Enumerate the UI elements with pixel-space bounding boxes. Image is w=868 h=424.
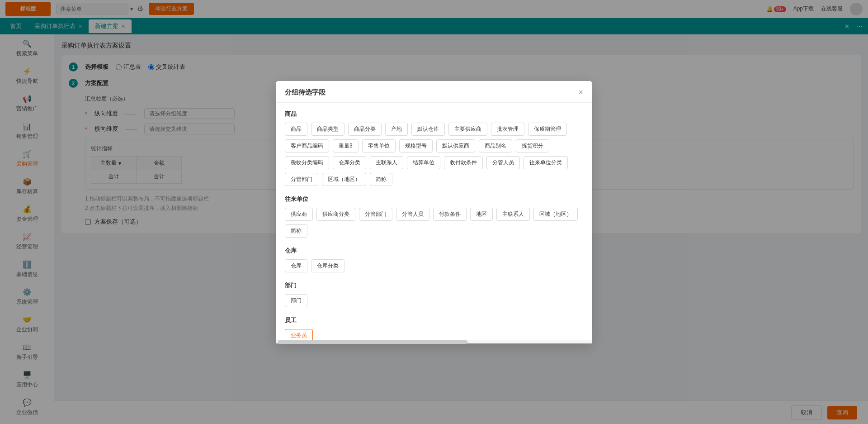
field-goods-6[interactable]: 批次管理	[491, 123, 524, 136]
field-goods-14[interactable]: 拣货积分	[516, 139, 549, 152]
section-employee-fields: 业务员	[285, 329, 583, 340]
section-partner: 往来单位 供应商 供应商分类 分管部门 分管人员 付款条件 地区 主联系人 区域…	[285, 195, 583, 238]
field-goods-10[interactable]: 零售单位	[362, 139, 396, 152]
section-department-fields: 部门	[285, 294, 583, 307]
section-goods-fields: 商品 商品类型 商品分类 产地 默认仓库 主要供应商 批次管理 保质期管理 客户…	[285, 123, 583, 186]
field-goods-7[interactable]: 保质期管理	[528, 123, 567, 136]
field-partner-7[interactable]: 区域（地区）	[533, 208, 578, 221]
field-warehouse-1[interactable]: 仓库分类	[311, 259, 344, 272]
field-selection-modal: 分组待选字段 × 商品 商品 商品类型 商品分类 产地 默认仓库 主要供应商 批…	[276, 81, 592, 343]
field-goods-18[interactable]: 结算单位	[407, 156, 440, 169]
section-warehouse: 仓库 仓库 仓库分类	[285, 247, 583, 272]
modal-body: 商品 商品 商品类型 商品分类 产地 默认仓库 主要供应商 批次管理 保质期管理…	[276, 103, 592, 340]
section-goods: 商品 商品 商品类型 商品分类 产地 默认仓库 主要供应商 批次管理 保质期管理…	[285, 110, 583, 186]
field-goods-9[interactable]: 重量3	[333, 139, 359, 152]
modal-close-icon[interactable]: ×	[578, 88, 583, 96]
field-goods-11[interactable]: 规格型号	[399, 139, 433, 152]
field-goods-0[interactable]: 商品	[285, 123, 307, 136]
section-partner-fields: 供应商 供应商分类 分管部门 分管人员 付款条件 地区 主联系人 区域（地区） …	[285, 208, 583, 238]
field-goods-3[interactable]: 产地	[385, 123, 408, 136]
field-goods-17[interactable]: 主联系人	[370, 156, 403, 169]
field-employee-0[interactable]: 业务员	[285, 329, 313, 340]
field-goods-21[interactable]: 往来单位分类	[524, 156, 568, 169]
field-partner-8[interactable]: 简称	[285, 224, 307, 238]
section-department: 部门 部门	[285, 281, 583, 307]
field-department-0[interactable]: 部门	[285, 294, 307, 307]
section-warehouse-title: 仓库	[285, 247, 583, 255]
field-partner-6[interactable]: 主联系人	[496, 208, 530, 221]
section-goods-title: 商品	[285, 110, 583, 118]
field-goods-24[interactable]: 简称	[370, 173, 392, 186]
field-goods-19[interactable]: 收付款条件	[444, 156, 483, 169]
section-department-title: 部门	[285, 281, 583, 290]
modal-overlay[interactable]: 分组待选字段 × 商品 商品 商品类型 商品分类 产地 默认仓库 主要供应商 批…	[0, 0, 868, 424]
field-goods-15[interactable]: 税收分类编码	[285, 156, 329, 169]
field-partner-5[interactable]: 地区	[470, 208, 493, 221]
field-goods-16[interactable]: 仓库分类	[333, 156, 366, 169]
field-goods-23[interactable]: 区域（地区）	[322, 173, 366, 186]
field-goods-4[interactable]: 默认仓库	[411, 123, 445, 136]
field-goods-8[interactable]: 客户商品编码	[285, 139, 329, 152]
modal-header: 分组待选字段 ×	[276, 81, 592, 103]
field-partner-4[interactable]: 付款条件	[433, 208, 467, 221]
section-partner-title: 往来单位	[285, 195, 583, 203]
field-goods-1[interactable]: 商品类型	[311, 123, 344, 136]
modal-scrollbar-thumb	[278, 340, 467, 344]
field-goods-5[interactable]: 主要供应商	[448, 123, 487, 136]
field-goods-20[interactable]: 分管人员	[486, 156, 520, 169]
field-partner-1[interactable]: 供应商分类	[316, 208, 355, 221]
section-employee-title: 员工	[285, 316, 583, 324]
field-goods-22[interactable]: 分管部门	[285, 173, 318, 186]
field-partner-0[interactable]: 供应商	[285, 208, 313, 221]
modal-horizontal-scrollbar[interactable]	[276, 340, 592, 343]
field-partner-2[interactable]: 分管部门	[359, 208, 392, 221]
section-employee: 员工 业务员	[285, 316, 583, 340]
field-goods-2[interactable]: 商品分类	[348, 123, 382, 136]
field-goods-12[interactable]: 默认供应商	[436, 139, 475, 152]
field-goods-13[interactable]: 商品别名	[479, 139, 512, 152]
section-warehouse-fields: 仓库 仓库分类	[285, 259, 583, 272]
field-warehouse-0[interactable]: 仓库	[285, 259, 307, 272]
field-partner-3[interactable]: 分管人员	[396, 208, 429, 221]
modal-title: 分组待选字段	[285, 88, 326, 97]
